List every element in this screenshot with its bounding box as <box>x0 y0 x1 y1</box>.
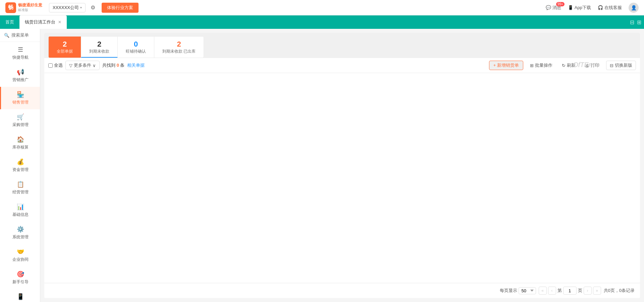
pagination: 每页显示 50 20 100 « ‹ 第 页 › <box>44 283 640 298</box>
refresh-btn[interactable]: ↻ 刷新 <box>559 61 578 70</box>
app-download-btn[interactable]: 📱 App下载 <box>568 5 591 11</box>
page-input[interactable] <box>563 287 577 295</box>
refresh-icon: ↻ <box>562 63 566 68</box>
sidebar-item-system[interactable]: ⚙️ 系统管理 <box>0 222 40 244</box>
tab-close-icon[interactable]: ✕ <box>58 20 61 24</box>
page-suffix: 页 <box>578 288 582 294</box>
batch-operations-btn[interactable]: ⊞ 批量操作 <box>527 61 555 70</box>
sidebar-label-finance: 资金管理 <box>12 167 29 173</box>
main-layout: 🔍 搜索菜单 ☰ 快捷导航 📢 营销推广 🏪 销售管理 🛒 采购管理 🏠 库存核… <box>0 29 644 302</box>
print-btn[interactable]: 🖨 打印 <box>582 61 602 70</box>
sidebar-label-purchase: 采购管理 <box>12 122 29 128</box>
sidebar-label-inventory: 库存核算 <box>12 144 29 150</box>
first-page-btn[interactable]: « <box>539 287 547 295</box>
stats-tab-shipped[interactable]: 2 到期未收款 已出库 <box>154 37 204 58</box>
sidebar-item-sales[interactable]: 🏪 销售管理 <box>0 87 40 109</box>
prev-page-btn[interactable]: ‹ <box>548 287 556 295</box>
stats-tabs-container: 2 全部单据 2 到期未收款 0 旺铺待确认 <box>44 33 640 58</box>
settings-icon[interactable]: ⚙ <box>88 3 98 12</box>
sidebar-item-shortcut[interactable]: ☰ 快捷导航 <box>0 42 40 64</box>
stats-count-pending: 0 <box>126 40 146 49</box>
print-icon: 🖨 <box>585 63 589 68</box>
stats-count-shipped: 2 <box>162 40 196 49</box>
app-version: 标准版 <box>18 8 42 12</box>
add-sales-btn[interactable]: + 新增销货单 <box>489 61 523 70</box>
tab-workbench[interactable]: 钱货日清工作台 ✕ <box>19 15 67 29</box>
tabbar: 首页 钱货日清工作台 ✕ ⊟ ⊞ <box>0 15 644 29</box>
stats-count-all: 2 <box>57 40 73 49</box>
select-all-input[interactable] <box>48 63 53 68</box>
topbar: 畅 畅捷通好生意 标准版 XXXXXX公司 ▾ ⚙ 体验行业方案 💬 消息 99… <box>0 0 644 15</box>
sidebar-item-purchase[interactable]: 🛒 采购管理 <box>0 109 40 132</box>
logo-text-block: 畅捷通好生意 标准版 <box>18 3 42 12</box>
more-filters-btn[interactable]: ▽ 更多条件 ∨ <box>65 61 100 70</box>
trial-button[interactable]: 体验行业方案 <box>102 3 139 13</box>
company-selector[interactable]: XXXXXX公司 ▾ <box>49 3 86 12</box>
stats-tab-overdue[interactable]: 2 到期未收款 <box>81 37 118 58</box>
sidebar-item-finance[interactable]: 💰 资金管理 <box>0 154 40 177</box>
stats-label-pending: 旺铺待确认 <box>126 49 146 54</box>
marketing-icon: 📢 <box>17 68 24 76</box>
sidebar-item-marketing[interactable]: 📢 营销推广 <box>0 64 40 87</box>
finance-icon: 💰 <box>17 158 24 166</box>
batch-label: 批量操作 <box>535 62 552 68</box>
page-nav: « ‹ 第 页 › » <box>539 287 601 295</box>
system-icon: ⚙️ <box>17 226 24 233</box>
tab-home[interactable]: 首页 <box>0 15 19 29</box>
search-menu-btn[interactable]: 🔍 搜索菜单 <box>0 29 40 42</box>
app-name: 畅捷通好生意 <box>18 3 42 7</box>
toolbar-left: 全选 ▽ 更多条件 ∨ 共找到 0 条 相关单据 <box>48 61 486 70</box>
online-service-label: 在线客服 <box>604 5 622 11</box>
sidebar-label-newbie: 新手引导 <box>12 279 29 285</box>
logo-icon: 畅 <box>5 2 16 13</box>
page-prefix: 第 <box>557 288 562 294</box>
enterprise-icon: 🤝 <box>17 248 24 255</box>
select-all-checkbox[interactable]: 全选 <box>48 62 63 68</box>
search-menu-label: 搜索菜单 <box>11 32 29 38</box>
company-name: XXXXXX公司 <box>53 5 79 11</box>
stats-tab-all[interactable]: 2 全部单据 <box>49 37 81 58</box>
toolbar-right: + 新增销货单 ⊞ 批量操作 ↻ 刷新 🖨 打印 <box>489 61 636 70</box>
next-page-btn[interactable]: › <box>584 287 592 295</box>
purchase-icon: 🛒 <box>17 113 24 121</box>
main-card: 2 全部单据 2 到期未收款 0 旺铺待确认 <box>44 33 640 298</box>
refresh-label: 刷新 <box>567 62 576 68</box>
tab-minimize-icon[interactable]: ⊟ <box>630 19 634 25</box>
print-label: 打印 <box>591 62 599 68</box>
message-icon: 💬 <box>546 5 551 10</box>
sidebar-item-enterprise[interactable]: 🤝 企业协同 <box>0 244 40 266</box>
sidebar-label-marketing: 营销推广 <box>12 77 29 83</box>
sidebar-item-appstore[interactable]: 📱 应用中心 <box>0 289 40 302</box>
related-bills-link[interactable]: 相关单据 <box>127 62 145 68</box>
topbar-right: 💬 消息 99+ 📱 App下载 🎧 在线客服 👤 <box>546 3 639 13</box>
sidebar-item-operation[interactable]: 📋 经营管理 <box>0 177 40 199</box>
tab-expand-icon[interactable]: ⊞ <box>637 19 641 25</box>
per-page-label: 每页显示 <box>500 288 517 294</box>
chevron-down-icon: ▾ <box>80 6 82 9</box>
tab-home-label: 首页 <box>5 19 14 25</box>
toolbar: 全选 ▽ 更多条件 ∨ 共找到 0 条 相关单据 <box>44 58 640 73</box>
sidebar-item-newbie[interactable]: 🎯 新手引导 <box>0 266 40 289</box>
avatar[interactable]: 👤 <box>629 3 639 13</box>
tabbar-actions: ⊟ ⊞ <box>630 19 644 25</box>
sidebar-item-inventory[interactable]: 🏠 库存核算 <box>0 132 40 154</box>
inventory-icon: 🏠 <box>17 136 24 143</box>
found-count: 0 <box>117 63 119 68</box>
appstore-icon: 📱 <box>17 293 24 300</box>
per-page-select[interactable]: 50 20 100 <box>519 287 536 294</box>
filter-icon: ▽ <box>69 63 72 68</box>
content-area: 2 全部单据 2 到期未收款 0 旺铺待确认 <box>40 29 644 302</box>
message-btn[interactable]: 💬 消息 99+ <box>546 5 561 11</box>
message-badge: 99+ <box>556 2 565 6</box>
sidebar-label-shortcut: 快捷导航 <box>12 55 29 60</box>
stats-label-overdue: 到期未收款 <box>89 49 109 54</box>
sidebar-item-basic[interactable]: 📊 基础信息 <box>0 199 40 222</box>
online-service-btn[interactable]: 🎧 在线客服 <box>598 5 622 11</box>
last-page-btn[interactable]: » <box>593 287 601 295</box>
table-area <box>44 73 640 283</box>
page-total: 共0页，0条记录 <box>604 288 635 294</box>
sidebar: 🔍 搜索菜单 ☰ 快捷导航 📢 营销推广 🏪 销售管理 🛒 采购管理 🏠 库存核… <box>0 29 40 302</box>
switch-version-btn[interactable]: ⊟ 切换新版 <box>606 61 636 70</box>
tab-workbench-label: 钱货日清工作台 <box>25 19 55 25</box>
stats-tab-pending[interactable]: 0 旺铺待确认 <box>118 37 154 58</box>
